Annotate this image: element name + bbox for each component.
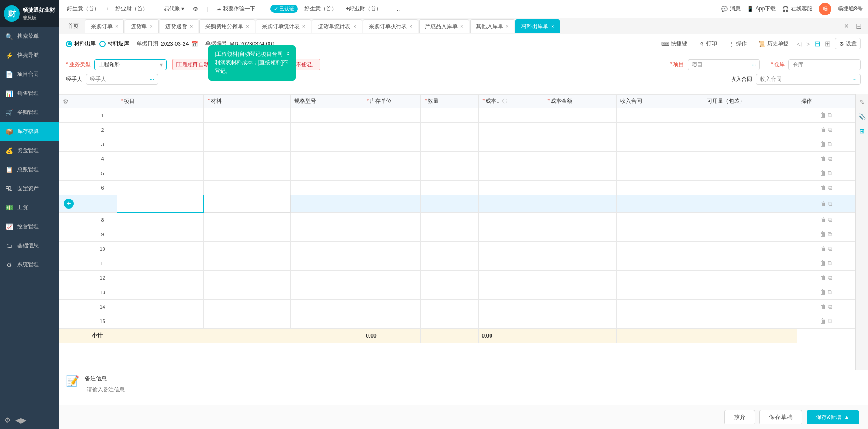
row-unit-cell[interactable] xyxy=(363,314,421,329)
copy-row-btn[interactable]: ⧉ xyxy=(828,216,832,224)
business-type-input-wrapper[interactable]: ▾ xyxy=(94,59,167,70)
save-draft-btn[interactable]: 保存草稿 xyxy=(760,410,802,424)
nav-prev-icon[interactable]: ◁ xyxy=(797,41,801,47)
row-spec-cell[interactable] xyxy=(291,285,363,300)
right-panel-table-icon[interactable]: ⊞ xyxy=(858,125,867,138)
row-unit-cell[interactable] xyxy=(363,137,421,152)
row-project-cell[interactable] xyxy=(117,137,204,152)
row-unit-cell[interactable] xyxy=(363,242,421,256)
row-spec-cell[interactable] xyxy=(291,300,363,314)
tab-purchase-stats[interactable]: 采购订单统计表 × xyxy=(256,19,311,33)
row-quantity-cell[interactable] xyxy=(421,137,479,152)
tab-close-icon[interactable]: × xyxy=(551,24,554,29)
nav-good-wealth[interactable]: 好业财（首） xyxy=(113,3,151,14)
row-cost-price-cell[interactable] xyxy=(479,152,544,166)
copy-row-btn[interactable]: ⧉ xyxy=(828,245,832,253)
row-cost-amount-cell[interactable] xyxy=(544,227,616,242)
row-project-cell[interactable] xyxy=(117,314,204,329)
sidebar-item-quicknav[interactable]: ⚡ 快捷导航 xyxy=(0,46,59,65)
copy-row-btn[interactable]: ⧉ xyxy=(828,288,832,296)
project-dots-icon[interactable]: ··· xyxy=(751,62,756,68)
business-type-input[interactable] xyxy=(99,62,158,68)
view-detail-icon[interactable]: ⊞ xyxy=(825,39,830,48)
tab-finished-goods[interactable]: 产成品入库单 × xyxy=(419,19,469,33)
copy-row-btn[interactable]: ⧉ xyxy=(828,140,832,148)
row-unit-cell[interactable] xyxy=(363,195,421,213)
radio-material-outbound[interactable]: 材料出库 xyxy=(66,40,96,48)
income-contract-input[interactable] xyxy=(760,76,850,82)
row-available-cell[interactable] xyxy=(703,166,797,181)
row-spec-cell[interactable] xyxy=(291,108,363,123)
tab-close-icon[interactable]: × xyxy=(246,24,249,29)
tab-incoming-stats[interactable]: 进货单统计表 × xyxy=(312,19,362,33)
tab-close-icon[interactable]: × xyxy=(353,24,356,29)
delete-row-btn[interactable]: 🗑 xyxy=(820,317,826,325)
row-quantity-cell[interactable] xyxy=(421,195,479,213)
row-cost-price-cell[interactable] xyxy=(479,314,544,329)
copy-row-btn[interactable]: ⧉ xyxy=(828,230,832,238)
row-spec-cell[interactable] xyxy=(291,137,363,152)
row-spec-cell[interactable] xyxy=(291,213,363,227)
row-available-cell[interactable] xyxy=(703,300,797,314)
row-project-cell[interactable] xyxy=(117,271,204,285)
delete-row-btn[interactable]: 🗑 xyxy=(820,303,826,310)
row-material-cell[interactable] xyxy=(204,137,291,152)
note-input[interactable] xyxy=(85,384,861,400)
row-spec-cell[interactable] xyxy=(291,195,363,213)
row-spec-cell[interactable] xyxy=(291,166,363,181)
row-income-contract-cell[interactable] xyxy=(616,123,703,137)
warehouse-input[interactable] xyxy=(793,62,857,68)
nav-next-icon[interactable]: ▷ xyxy=(806,41,810,47)
row-available-cell[interactable] xyxy=(703,271,797,285)
row-quantity-cell[interactable] xyxy=(421,285,479,300)
row-quantity-cell[interactable] xyxy=(421,108,479,123)
tab-home[interactable]: 首页 xyxy=(62,19,84,33)
row-income-contract-cell[interactable] xyxy=(616,271,703,285)
col-settings-header[interactable]: ⚙ xyxy=(59,95,88,108)
tab-material-outbound[interactable]: 材料出库单 × xyxy=(515,19,560,33)
row-income-contract-cell[interactable] xyxy=(616,213,703,227)
row-income-contract-cell[interactable] xyxy=(616,227,703,242)
delete-row-btn[interactable]: 🗑 xyxy=(820,216,826,224)
delete-row-btn[interactable]: 🗑 xyxy=(820,200,826,208)
row-unit-cell[interactable] xyxy=(363,166,421,181)
row-quantity-cell[interactable] xyxy=(421,314,479,329)
row-cost-amount-cell[interactable] xyxy=(544,300,616,314)
row-income-contract-cell[interactable] xyxy=(616,195,703,213)
row-spec-cell[interactable] xyxy=(291,123,363,137)
row-cost-amount-cell[interactable] xyxy=(544,195,616,213)
tab-close-icon[interactable]: × xyxy=(115,24,118,29)
row-cost-price-cell[interactable] xyxy=(479,166,544,181)
row-income-contract-cell[interactable] xyxy=(616,152,703,166)
topbar-service[interactable]: 🎧 在线客服 xyxy=(782,5,812,13)
handler-input-wrapper[interactable]: ··· xyxy=(86,74,158,85)
row-cost-amount-cell[interactable] xyxy=(544,181,616,195)
sidebar-item-basic[interactable]: 🗂 基础信息 xyxy=(0,236,59,255)
row-available-cell[interactable] xyxy=(703,285,797,300)
row-project-cell[interactable] xyxy=(117,242,204,256)
row-cost-price-cell[interactable] xyxy=(479,181,544,195)
tab-purchase-order[interactable]: 采购订单 × xyxy=(85,19,124,33)
delete-row-btn[interactable]: 🗑 xyxy=(820,126,826,133)
row-cost-price-cell[interactable] xyxy=(479,123,544,137)
row-material-cell[interactable] xyxy=(204,195,291,213)
row-cost-price-cell[interactable] xyxy=(479,195,544,213)
row-available-cell[interactable] xyxy=(703,213,797,227)
tab-purchase-exec[interactable]: 采购订单执行表 × xyxy=(363,19,418,33)
nav-more[interactable]: + ... xyxy=(388,4,402,14)
tab-other-inbound[interactable]: 其他入库单 × xyxy=(470,19,514,33)
row-income-contract-cell[interactable] xyxy=(616,166,703,181)
project-input-wrapper[interactable]: ··· xyxy=(688,59,760,70)
row-cost-price-cell[interactable] xyxy=(479,300,544,314)
row-available-cell[interactable] xyxy=(703,314,797,329)
sidebar-item-purchase[interactable]: 🛒 采购管理 xyxy=(0,103,59,122)
row-material-cell[interactable] xyxy=(204,227,291,242)
delete-row-btn[interactable]: 🗑 xyxy=(820,245,826,253)
settings-btn[interactable]: ⚙ 设置 xyxy=(835,38,861,49)
row-available-cell[interactable] xyxy=(703,152,797,166)
project-input[interactable] xyxy=(692,62,750,68)
row-income-contract-cell[interactable] xyxy=(616,285,703,300)
tab-close-icon[interactable]: × xyxy=(302,24,305,29)
handler-dots-icon[interactable]: ··· xyxy=(150,76,154,82)
discard-btn[interactable]: 放弃 xyxy=(724,410,755,424)
